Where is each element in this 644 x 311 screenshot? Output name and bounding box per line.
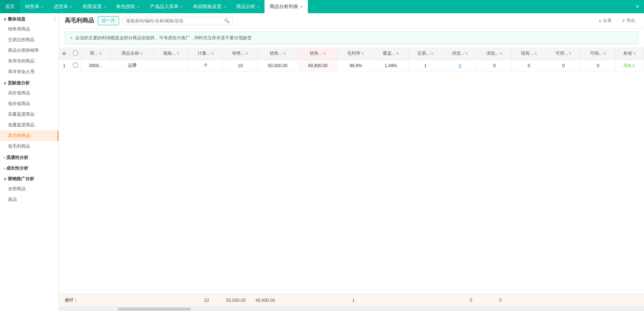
sidebar-group-growth-arrow: › bbox=[4, 166, 5, 170]
sidebar-group-overview[interactable]: ∨ 整体信息 bbox=[0, 13, 58, 24]
sidebar-item-traded-goods[interactable]: 交易过的商品 bbox=[0, 35, 58, 45]
cell-current-stock: 0 bbox=[512, 60, 546, 72]
col-coverage[interactable]: 覆盖...⇅ bbox=[374, 47, 408, 60]
data-table: ⚙ 商...⇅ 商品名称⇅ 规格...⇅ 计量...⇅ 销售...⇅ 销售...… bbox=[59, 47, 644, 72]
nav-role-auth-close[interactable]: × bbox=[137, 4, 139, 9]
sidebar-item-high-coverage[interactable]: 高覆盖度商品 bbox=[0, 109, 58, 120]
share-icon: ⎋ bbox=[599, 18, 601, 23]
cell-sale-profit: 49,900.00 bbox=[298, 60, 338, 72]
footer-available-stock: 0 bbox=[456, 298, 486, 303]
cell-sale-qty: 10 bbox=[223, 60, 258, 72]
scrollbar-thumb[interactable] bbox=[118, 308, 191, 311]
nav-product-warehousing[interactable]: 产成品入库单 × bbox=[145, 0, 188, 13]
col-sale-qty[interactable]: 销售...⇅ bbox=[223, 47, 258, 60]
sidebar-item-high-margin[interactable]: 高毛利商品 bbox=[0, 130, 58, 141]
nav-permission-settings[interactable]: 权限设置 × bbox=[78, 0, 111, 13]
cell-available-stock: 0 bbox=[546, 60, 581, 72]
info-banner: ✦ 企业的主要的利润都是这部分商品创造的，可考虑加大推广，同时关注库存是不要出现… bbox=[65, 32, 638, 44]
nav-product-analysis-list[interactable]: 商品分析列表 × bbox=[265, 0, 307, 13]
sidebar-item-high-value[interactable]: 高价值商品 bbox=[0, 88, 58, 98]
sidebar-item-low-margin[interactable]: 低毛利商品 bbox=[0, 141, 58, 152]
col-code[interactable]: 商...⇅ bbox=[81, 47, 111, 60]
nav-template-settings[interactable]: 单据模板设置 × bbox=[188, 0, 231, 13]
sidebar-group-liquidity[interactable]: › 流通性分析 bbox=[0, 152, 58, 162]
nav-close-all[interactable]: × bbox=[631, 0, 644, 13]
sidebar-item-sales-goods[interactable]: 销售类商品 bbox=[0, 24, 58, 35]
horizontal-scrollbar[interactable] bbox=[59, 307, 644, 311]
sidebar-group-contribution-arrow: ∨ bbox=[4, 81, 6, 85]
sidebar-item-all-goods[interactable]: 全部商品 bbox=[0, 184, 58, 194]
cell-checkbox[interactable] bbox=[70, 60, 81, 72]
nav-purchase-order-close[interactable]: × bbox=[70, 4, 72, 9]
col-sale-amount[interactable]: 销售...⇅ bbox=[258, 47, 298, 60]
table-header-row: ⚙ 商...⇅ 商品名称⇅ 规格...⇅ 计量...⇅ 销售...⇅ 销售...… bbox=[59, 47, 644, 60]
nav-purchase-order[interactable]: 进货单 × bbox=[48, 0, 77, 13]
footer-saleable-stock: 0 bbox=[486, 298, 515, 303]
export-button[interactable]: ↗ 导出 bbox=[618, 17, 638, 25]
footer-sale-qty: 10 bbox=[192, 298, 221, 303]
col-current-stock[interactable]: 现有...⇅ bbox=[512, 47, 546, 60]
sidebar-group-liquidity-arrow: › bbox=[4, 156, 5, 160]
col-unit[interactable]: 计量...⇅ bbox=[188, 47, 223, 60]
sidebar-group-overview-arrow: ∨ bbox=[4, 17, 6, 21]
search-icon[interactable]: 🔍 bbox=[224, 18, 230, 23]
cell-coverage: 1.49% bbox=[374, 60, 408, 72]
nav-product-analysis[interactable]: 商品分析 × bbox=[231, 0, 265, 13]
nav-sales-order-close[interactable]: × bbox=[41, 4, 43, 9]
nav-home[interactable]: 首页 bbox=[0, 0, 20, 13]
row-checkbox[interactable] bbox=[73, 63, 78, 68]
col-gear[interactable]: ⚙ bbox=[59, 47, 70, 60]
nav-permission-settings-close[interactable]: × bbox=[104, 4, 106, 9]
footer-trade-times: 1 bbox=[339, 298, 368, 303]
sidebar-item-stocked-goods[interactable]: 有库存的商品 bbox=[0, 56, 58, 66]
select-all-checkbox[interactable] bbox=[73, 51, 78, 55]
sidebar-group-growth[interactable]: › 成长性分析 bbox=[0, 162, 58, 173]
cell-saleable-stock: 0 bbox=[581, 60, 615, 72]
nav-sales-order[interactable]: 销售单 × bbox=[20, 0, 48, 13]
export-icon: ↗ bbox=[621, 18, 625, 23]
footer-sale-amount: 50,000.00 bbox=[221, 298, 251, 303]
col-trade-times[interactable]: 交易...⇅ bbox=[408, 47, 443, 60]
cell-browse1[interactable]: 0 bbox=[443, 60, 477, 72]
info-icon: ✦ bbox=[69, 36, 73, 41]
sidebar-item-low-value[interactable]: 低价值商品 bbox=[0, 98, 58, 109]
cell-spec bbox=[154, 60, 188, 72]
sidebar-item-new-goods[interactable]: 新品 bbox=[0, 194, 58, 205]
col-browse2[interactable]: 浏览...⇅ bbox=[477, 47, 512, 60]
table-row: 1 0000... 运费 个 10 50,000.00 49,900.00 99… bbox=[59, 60, 644, 72]
search-input[interactable] bbox=[126, 18, 224, 23]
nav-product-warehousing-close[interactable]: × bbox=[180, 4, 183, 9]
col-available-stock[interactable]: 可用...⇅ bbox=[546, 47, 581, 60]
sidebar-group-marketing[interactable]: ∨ 营销推广分析 bbox=[0, 173, 58, 184]
col-name[interactable]: 商品名称⇅ bbox=[111, 47, 154, 60]
cell-num: 1 bbox=[59, 60, 70, 72]
col-gross-margin[interactable]: 毛利率⇅ bbox=[338, 47, 374, 60]
cell-sale-amount: 50,000.00 bbox=[258, 60, 298, 72]
filter-btn-recent-month[interactable]: 近一月 bbox=[98, 16, 119, 25]
footer-label: 合计： bbox=[65, 297, 78, 303]
sidebar-collapse-btn[interactable]: 《 bbox=[51, 16, 56, 23]
col-spec[interactable]: 规格...⇅ bbox=[154, 47, 188, 60]
footer-sale-profit: 49,900.00 bbox=[251, 298, 280, 303]
cell-browse2: 0 bbox=[477, 60, 512, 72]
col-saleable-stock[interactable]: 可销...⇅ bbox=[581, 47, 615, 60]
cell-name: 运费 bbox=[111, 60, 154, 72]
nav-product-analysis-list-close[interactable]: × bbox=[300, 4, 302, 9]
sidebar-item-category-assist-rate[interactable]: 商品分类助销率 bbox=[0, 45, 58, 56]
cell-trade-times: 1 bbox=[408, 60, 443, 72]
nav-product-analysis-close[interactable]: × bbox=[257, 4, 259, 9]
nav-template-settings-close[interactable]: × bbox=[223, 4, 226, 9]
col-sale-profit[interactable]: 销售...⇅ bbox=[298, 47, 338, 60]
col-checkbox[interactable] bbox=[70, 47, 81, 60]
col-tag[interactable]: 标签⇅ bbox=[615, 47, 644, 60]
sidebar-group-contribution[interactable]: ∨ 贡献值分析 bbox=[0, 77, 58, 88]
nav-role-auth[interactable]: 角色授权 × bbox=[111, 0, 144, 13]
sidebar-item-low-coverage[interactable]: 低覆盖度商品 bbox=[0, 120, 58, 130]
cell-tag: 高收入 bbox=[615, 60, 644, 72]
share-button[interactable]: ⎋ 分享 bbox=[596, 17, 615, 25]
page-title: 高毛利商品 bbox=[65, 17, 94, 25]
cell-unit: 个 bbox=[188, 60, 223, 72]
content-header: 高毛利商品 近一月 🔍 ⎋ 分享 ↗ 导出 bbox=[59, 13, 644, 29]
col-browse1[interactable]: 浏览...⇅ bbox=[443, 47, 477, 60]
sidebar-item-stock-capital[interactable]: 库存资金占用 bbox=[0, 66, 58, 77]
